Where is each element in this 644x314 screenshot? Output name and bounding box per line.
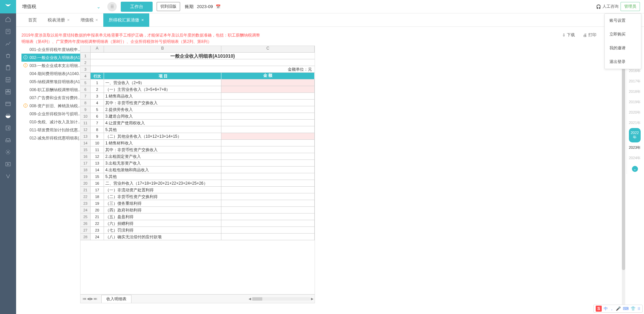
cell[interactable]: 17: [91, 187, 104, 193]
cell[interactable]: 20: [91, 207, 104, 213]
nav-grid-icon[interactable]: [0, 86, 16, 98]
year-item[interactable]: 2017年: [627, 76, 643, 86]
cell[interactable]: 14: [91, 167, 104, 173]
sheet-row[interactable]: 51一、营业收入（2+9）: [80, 79, 315, 86]
cell[interactable]: （二）非货币性资产交换利得: [104, 193, 221, 200]
report-list-item[interactable]: !002-一般企业收入明细表(A1...: [21, 54, 80, 62]
cell[interactable]: [221, 227, 315, 233]
cell[interactable]: 24: [91, 234, 104, 240]
chevron-down-icon[interactable]: ⌄: [97, 4, 101, 9]
row-number[interactable]: 17: [80, 160, 91, 166]
print-button[interactable]: 🖨 打印: [583, 32, 596, 38]
cell[interactable]: 23: [91, 227, 104, 233]
row-number[interactable]: 22: [80, 193, 91, 200]
nav-inbox-icon[interactable]: [0, 134, 16, 146]
page-tab[interactable]: 税表清册: [42, 13, 75, 27]
report-list-item[interactable]: 004-期间费用明细表(A1040...: [21, 70, 80, 78]
cell[interactable]: 19: [91, 200, 104, 206]
sheet-row[interactable]: 1一般企业收入明细表(A101010): [80, 53, 315, 59]
sheet-row[interactable]: 1915 5.其他: [80, 173, 315, 180]
page-tab[interactable]: 增值税: [75, 13, 104, 27]
col-header-b[interactable]: B: [104, 46, 221, 52]
report-list-item[interactable]: !003-一般企业成本支出明细...: [21, 62, 80, 70]
cell[interactable]: [221, 187, 315, 193]
cell[interactable]: （六）捐赠利得: [104, 220, 221, 227]
nav-bowl-icon[interactable]: [0, 110, 16, 122]
cell[interactable]: 4: [91, 100, 104, 106]
sheet-row[interactable]: 2218 （二）非货币性资产交换利得: [80, 193, 315, 200]
select-all-cell[interactable]: [80, 46, 91, 52]
nav-window-icon[interactable]: [0, 98, 16, 110]
nav-clipboard-icon[interactable]: [0, 62, 16, 74]
cell[interactable]: 10: [91, 140, 104, 146]
row-number[interactable]: 5: [80, 79, 91, 86]
row-number[interactable]: 12: [80, 126, 91, 133]
cell[interactable]: 3.建造合同收入: [104, 113, 221, 119]
cell[interactable]: 7: [91, 120, 104, 126]
cell[interactable]: [221, 113, 315, 119]
ime-mic-icon[interactable]: 🎤: [616, 306, 621, 311]
cell[interactable]: [221, 207, 315, 213]
vertical-scrollbar[interactable]: [622, 28, 625, 313]
cell[interactable]: （一）主营业务收入（3+5+6+7+8）: [104, 86, 221, 92]
cell[interactable]: 8: [91, 126, 104, 133]
consult-link[interactable]: 🎧 人工咨询: [596, 4, 619, 9]
sheet-body[interactable]: 1一般企业收入明细表(A101010)23金额单位：元4行次项 目金 额51一、…: [80, 53, 315, 294]
cell[interactable]: [221, 106, 315, 113]
cell[interactable]: （八）确实无法偿付的应付款项: [104, 234, 221, 240]
row-number[interactable]: 28: [80, 234, 91, 240]
sheet-row[interactable]: 2016二、营业外收入（17+18+19+20+21+22+23+24+25+2…: [80, 180, 315, 187]
cell[interactable]: （一）非流动资产处置利得: [104, 187, 221, 193]
cell[interactable]: [221, 213, 315, 220]
cell[interactable]: 其中：非货币性资产交换收入: [104, 100, 221, 106]
cell[interactable]: [221, 93, 315, 99]
hscroll-left-icon[interactable]: ◀: [248, 297, 252, 301]
sheet-nav-last-icon[interactable]: ⏭: [94, 297, 97, 301]
row-number[interactable]: 19: [80, 173, 91, 180]
menu-logout[interactable]: 退出登录: [605, 55, 641, 69]
cell[interactable]: 13: [91, 160, 104, 166]
sheet-row[interactable]: 62 （一）主营业务收入（3+5+6+7+8）: [80, 86, 315, 93]
cell[interactable]: 2.出租固定资产收入: [104, 153, 221, 160]
col-header-c[interactable]: C: [221, 46, 315, 52]
row-number[interactable]: 1: [80, 53, 91, 59]
nav-v-icon[interactable]: [0, 170, 16, 182]
sheet-row[interactable]: 2723 （七）罚没利得: [80, 227, 315, 234]
hscroll-track[interactable]: [252, 297, 310, 301]
cell[interactable]: [221, 120, 315, 126]
cell[interactable]: 22: [91, 220, 104, 227]
sheet-row[interactable]: 1612 2.出租固定资产收入: [80, 153, 315, 160]
row-number[interactable]: 16: [80, 153, 91, 160]
nav-video-icon[interactable]: [0, 158, 16, 170]
row-number[interactable]: 25: [80, 213, 91, 220]
cell[interactable]: 4.让渡资产使用权收入: [104, 120, 221, 126]
report-list-item[interactable]: 007-广告费和业务宣传费跨...: [21, 94, 80, 102]
report-list-item[interactable]: 001-企业所得税年度纳税申...: [21, 46, 80, 54]
report-list-item[interactable]: 006-职工薪酬纳税调整明细...: [21, 86, 80, 94]
year-item[interactable]: 2020年: [627, 107, 643, 118]
cell[interactable]: 3.出租无形资产收入: [104, 160, 221, 166]
sheet-row[interactable]: 1511 其中：非货币性资产交换收入: [80, 146, 315, 153]
cell[interactable]: 12: [91, 153, 104, 160]
report-list-item[interactable]: 009-企业所得税弥补亏损明...: [21, 110, 80, 118]
ime-punct-icon[interactable]: ，: [610, 306, 614, 312]
sheet-nav-first-icon[interactable]: ⏮: [83, 297, 86, 301]
cell[interactable]: 其中：非货币性资产交换收入: [104, 146, 221, 153]
cell[interactable]: 2: [91, 86, 104, 92]
cell[interactable]: 1: [91, 79, 104, 86]
cell[interactable]: [221, 133, 315, 139]
cell[interactable]: （四）政府补助利得: [104, 207, 221, 213]
cell[interactable]: （二）其他业务收入（10+12+13+14+15）: [104, 133, 221, 139]
cell[interactable]: [221, 200, 315, 206]
col-header-a[interactable]: A: [91, 46, 104, 52]
row-number[interactable]: 4: [80, 73, 91, 79]
year-item[interactable]: 2021年: [627, 118, 643, 128]
row-number[interactable]: 23: [80, 200, 91, 206]
cell[interactable]: （三）债务重组利得: [104, 200, 221, 206]
row-number[interactable]: 20: [80, 180, 91, 186]
sheet-row[interactable]: 2420 （四）政府补助利得: [80, 207, 315, 213]
cell[interactable]: [221, 180, 315, 186]
sheet-row[interactable]: 84 其中：非货币性资产交换收入: [80, 100, 315, 106]
cell[interactable]: 1.销售材料收入: [104, 140, 221, 146]
cell[interactable]: 18: [91, 193, 104, 200]
